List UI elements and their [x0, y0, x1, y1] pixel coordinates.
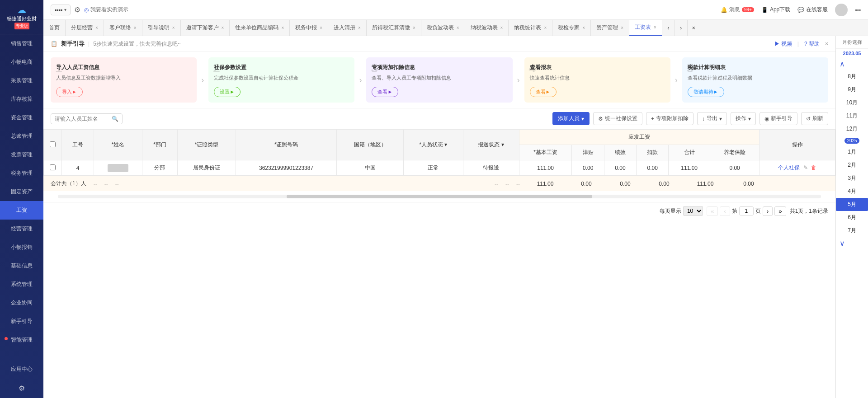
sidebar-item-payroll[interactable]: 工资	[0, 201, 43, 220]
tab-home[interactable]: 首页	[43, 20, 66, 36]
sidebar-item-capital[interactable]: 资金管理	[0, 108, 43, 127]
month-btn-7[interactable]: 7月	[836, 224, 868, 237]
sidebar-item-crm[interactable]: 小畅报销	[0, 238, 43, 257]
sidebar-item-operation[interactable]: 经营管理	[0, 220, 43, 238]
step-btn-2[interactable]: 设置►	[214, 87, 241, 97]
tab-payroll[interactable]: 工资表 ×	[629, 20, 662, 36]
page-input[interactable]	[739, 206, 754, 215]
tab-tax-stat2[interactable]: 纳税统计表 ×	[509, 20, 552, 36]
sidebar-item-tax[interactable]: 税务管理	[0, 164, 43, 183]
sidebar-item-enterprise[interactable]: 企业协同	[0, 294, 43, 312]
month-btn-2[interactable]: 2月	[836, 159, 868, 172]
more-icon[interactable]: ▪▪▪	[855, 7, 861, 13]
sidebar-item-assets[interactable]: 固定资产	[0, 183, 43, 201]
filter-icon[interactable]: ▾	[444, 141, 447, 148]
month-down-btn[interactable]: ∨	[838, 238, 847, 248]
search-icon[interactable]: 🔍	[112, 116, 118, 122]
edit-icon[interactable]: ✎	[803, 164, 808, 171]
tab-tax-expert[interactable]: 税检专家 ×	[552, 20, 591, 36]
tab-tax-stat[interactable]: 纳税波动表 ×	[465, 20, 509, 36]
sidebar-item-inventory[interactable]: 库存核算	[0, 90, 43, 108]
user-selector[interactable]: ▪▪▪▪ ▾	[51, 5, 71, 15]
close-icon[interactable]: ×	[95, 25, 98, 30]
sidebar-item-app-center[interactable]: 应用中心	[0, 360, 43, 379]
special-deduction-btn[interactable]: + 专项附加扣除	[646, 112, 693, 125]
month-btn-1[interactable]: 1月	[836, 145, 868, 159]
month-btn-10[interactable]: 10月	[836, 96, 868, 109]
tab-invite[interactable]: 邀请下游客户 ×	[181, 20, 230, 36]
close-guide-btn[interactable]: ×	[825, 41, 828, 47]
tab-tax-exempt[interactable]: 税负波动表 ×	[421, 20, 465, 36]
close-icon[interactable]: ×	[544, 25, 547, 30]
last-page-btn[interactable]: »	[774, 206, 786, 216]
filter-icon[interactable]: ▾	[501, 141, 504, 148]
user-avatar[interactable]	[835, 4, 848, 16]
close-icon[interactable]: ×	[654, 25, 656, 30]
month-btn-9[interactable]: 9月	[836, 83, 868, 96]
close-icon[interactable]: ×	[621, 25, 623, 30]
sidebar-item-basic[interactable]: 基础信息	[0, 257, 43, 275]
tab-tax-report[interactable]: 税务申报 ×	[290, 20, 328, 36]
tab-close-all-btn[interactable]: ×	[688, 20, 700, 36]
sidebar-item-smart[interactable]: 智能管理	[0, 331, 43, 349]
close-icon[interactable]: ×	[320, 25, 322, 30]
step-btn-1[interactable]: 导入►	[56, 87, 83, 97]
sidebar-item-system[interactable]: 系统管理	[0, 275, 43, 294]
close-icon[interactable]: ×	[222, 25, 224, 30]
close-icon[interactable]: ×	[582, 25, 585, 30]
add-person-btn[interactable]: 添加人员 ▾	[552, 112, 590, 125]
tab-product-code[interactable]: 往来单位商品编码 ×	[230, 20, 290, 36]
month-up-btn[interactable]: ∧	[838, 59, 847, 69]
close-icon[interactable]: ×	[281, 25, 284, 30]
month-btn-12[interactable]: 12月	[836, 122, 868, 136]
close-icon[interactable]: ×	[500, 25, 503, 30]
tab-asset-mgmt[interactable]: 资产管理 ×	[591, 20, 629, 36]
sidebar-item-ledger[interactable]: 总账管理	[0, 127, 43, 145]
sidebar-item-ecommerce[interactable]: 小畅电商	[0, 53, 43, 71]
tab-guide[interactable]: 引导说明 ×	[142, 20, 181, 36]
step-btn-4[interactable]: 查看►	[530, 87, 557, 97]
close-icon[interactable]: ×	[134, 25, 137, 30]
close-icon[interactable]: ×	[457, 25, 459, 30]
delete-icon[interactable]: 🗑	[811, 164, 816, 171]
step-btn-3[interactable]: 查看►	[372, 87, 398, 97]
scrollbar-thumb[interactable]	[287, 195, 592, 198]
export-btn[interactable]: ↓ 导出 ▾	[697, 112, 727, 125]
close-icon[interactable]: ×	[172, 25, 175, 30]
month-btn-8[interactable]: 8月	[836, 70, 868, 83]
help-btn[interactable]: ? 帮助	[804, 40, 820, 48]
settings-btn[interactable]: ⚙ 统一社保设置	[593, 112, 642, 125]
sidebar-settings-btn[interactable]: ⚙	[0, 379, 43, 398]
tab-tax-calc[interactable]: 所得税汇算清缴 ×	[367, 20, 421, 36]
prev-page-btn[interactable]: ‹	[720, 206, 730, 216]
search-input[interactable]	[55, 116, 109, 122]
video-btn[interactable]: ▶ 视频	[774, 40, 792, 48]
tab-layered[interactable]: 分层经营 ×	[66, 20, 104, 36]
month-btn-5-active[interactable]: 5月	[836, 198, 868, 211]
row-checkbox[interactable]	[50, 164, 56, 170]
sidebar-item-guide[interactable]: 新手引导	[0, 312, 43, 331]
sidebar-item-sales[interactable]: 销售管理	[0, 34, 43, 53]
per-page-selector[interactable]: 10 20 50	[683, 206, 703, 216]
action-personal-social[interactable]: 个人社保	[778, 164, 800, 171]
next-page-btn[interactable]: ›	[763, 206, 773, 216]
action-btn[interactable]: 操作 ▾	[731, 112, 756, 125]
app-download-btn[interactable]: 📱 App下载	[761, 6, 790, 14]
sidebar-item-purchase[interactable]: 采购管理	[0, 71, 43, 90]
month-btn-3[interactable]: 3月	[836, 172, 868, 185]
message-btn[interactable]: 🔔 消息 99+	[721, 6, 754, 14]
tab-clear[interactable]: 进入清册 ×	[328, 20, 367, 36]
search-box[interactable]: 🔍	[51, 113, 123, 124]
new-guide-btn[interactable]: ◉ 新手引导	[760, 112, 797, 125]
month-btn-4[interactable]: 4月	[836, 185, 868, 198]
first-page-btn[interactable]: «	[707, 206, 718, 216]
step-btn-5[interactable]: 敬请期待►	[688, 87, 724, 97]
tab-next-btn[interactable]: ›	[675, 20, 688, 36]
close-icon[interactable]: ×	[413, 25, 415, 30]
online-service-btn[interactable]: 💬 在线客服	[797, 6, 828, 14]
demo-link[interactable]: ◎ 我要看实例演示	[84, 6, 128, 14]
tab-prev-btn[interactable]: ‹	[662, 20, 675, 36]
refresh-btn[interactable]: ↺ 刷新	[801, 112, 828, 125]
gear-settings-icon[interactable]: ⚙	[74, 5, 80, 14]
sidebar-item-invoice[interactable]: 发票管理	[0, 145, 43, 164]
